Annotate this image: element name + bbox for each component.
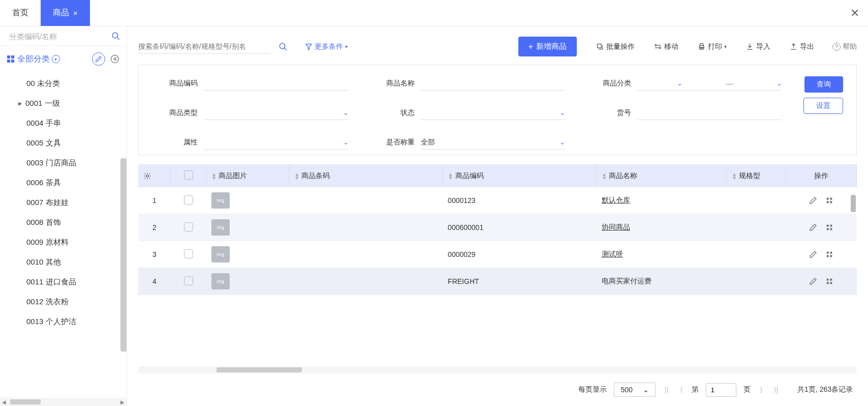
- filter-name-input[interactable]: [421, 76, 566, 91]
- table-vscroll[interactable]: [851, 195, 856, 212]
- window-close-icon[interactable]: ✕: [842, 0, 868, 26]
- help-icon: ?: [832, 43, 841, 51]
- category-search-input[interactable]: [9, 32, 111, 41]
- checkbox-column[interactable]: [171, 164, 206, 187]
- product-search-input[interactable]: [138, 39, 270, 54]
- help-button[interactable]: ? 帮助: [832, 42, 857, 51]
- product-name-link[interactable]: 默认仓库: [602, 196, 630, 204]
- export-button[interactable]: 导出: [790, 42, 814, 51]
- tree-item[interactable]: ▸0001 一级: [0, 94, 127, 113]
- svg-rect-26: [830, 252, 832, 254]
- all-categories-label[interactable]: 全部分类: [17, 54, 50, 65]
- query-button[interactable]: 查询: [804, 76, 843, 93]
- more-row-icon[interactable]: [825, 196, 833, 205]
- per-page-select[interactable]: 500⌄: [614, 383, 655, 397]
- row-checkbox[interactable]: [184, 195, 193, 205]
- col-image[interactable]: ▲▼商品图片: [206, 164, 289, 187]
- product-name-link[interactable]: 测试呀: [602, 250, 623, 258]
- sidebar-hscroll[interactable]: ◀▶: [0, 398, 127, 406]
- tab-product[interactable]: 商品 ×: [41, 0, 90, 26]
- tree-item[interactable]: 0007 布娃娃: [0, 193, 127, 213]
- filter-category-select[interactable]: ⌄—⌄: [637, 76, 782, 91]
- tree-item[interactable]: 0004 手串: [0, 113, 127, 133]
- print-button[interactable]: 打印 ▾: [698, 42, 727, 51]
- cell-name: 测试呀: [597, 241, 727, 268]
- row-checkbox[interactable]: [184, 276, 193, 285]
- edit-row-icon[interactable]: [809, 277, 817, 285]
- search-icon[interactable]: [111, 32, 120, 41]
- tree-item[interactable]: 0010 其他: [0, 252, 127, 272]
- tree-item[interactable]: 0006 茶具: [0, 173, 127, 193]
- tree-item[interactable]: 0005 文具: [0, 133, 127, 153]
- tab-close-icon[interactable]: ×: [73, 9, 78, 17]
- page-next-icon[interactable]: ⟩: [758, 386, 764, 394]
- tree-item[interactable]: 0013 个人护洁: [0, 312, 127, 332]
- tree-item[interactable]: 0009 原材料: [0, 233, 127, 252]
- page-first-icon[interactable]: |⟨: [663, 386, 671, 394]
- filter-weigh-select[interactable]: 全部⌄: [421, 135, 566, 150]
- col-barcode[interactable]: ▲▼商品条码: [289, 164, 443, 187]
- col-name[interactable]: ▲▼商品名称: [597, 164, 727, 187]
- row-checkbox[interactable]: [184, 222, 193, 231]
- col-code[interactable]: ▲▼商品编码: [443, 164, 596, 187]
- play-icon[interactable]: ▸: [52, 55, 60, 63]
- filter-code-input[interactable]: [204, 76, 349, 91]
- gear-column[interactable]: [138, 164, 171, 187]
- filter-attr-select[interactable]: ⌄: [204, 135, 349, 150]
- tree-item[interactable]: 0003 门店商品: [0, 153, 127, 173]
- move-button[interactable]: 移动: [654, 42, 678, 51]
- add-product-button[interactable]: + 新增商品: [518, 37, 577, 56]
- table-row[interactable]: 4 img FREIGHT 电商买家付运费: [138, 268, 857, 295]
- page-prev-icon[interactable]: ⟨: [678, 386, 685, 394]
- table-row[interactable]: 1 img 0000123 默认仓库: [138, 187, 857, 214]
- sort-icon: ▲▼: [211, 172, 216, 180]
- svg-rect-14: [700, 44, 703, 46]
- product-thumb[interactable]: img: [211, 192, 230, 209]
- more-conditions-button[interactable]: 更多条件 ▾: [305, 42, 348, 51]
- more-row-icon[interactable]: [825, 250, 833, 258]
- svg-rect-10: [598, 44, 602, 48]
- more-row-icon[interactable]: [825, 223, 833, 231]
- product-table: ▲▼商品图片 ▲▼商品条码 ▲▼商品编码 ▲▼商品名称 ▲▼规格型 操作 1 i…: [138, 164, 857, 366]
- edit-row-icon[interactable]: [809, 196, 817, 205]
- filter-type-select[interactable]: ⌄: [204, 106, 349, 120]
- edit-row-icon[interactable]: [809, 223, 817, 231]
- tree-item[interactable]: 0012 洗衣粉: [0, 292, 127, 312]
- tab-product-label: 商品: [53, 8, 69, 18]
- col-spec[interactable]: ▲▼规格型: [727, 164, 786, 187]
- filter-label-attr: 属性: [152, 138, 198, 147]
- row-checkbox[interactable]: [184, 249, 193, 258]
- page-number-input[interactable]: [706, 383, 736, 397]
- setting-button[interactable]: 设置: [803, 98, 843, 114]
- tree-item[interactable]: 0008 首饰: [0, 213, 127, 233]
- tree-item[interactable]: 00 未分类: [0, 74, 127, 94]
- product-thumb[interactable]: img: [211, 219, 230, 236]
- checkbox-all[interactable]: [184, 170, 193, 180]
- collapse-sidebar-icon[interactable]: [110, 54, 119, 64]
- product-thumb[interactable]: img: [211, 246, 230, 263]
- product-name-link[interactable]: 协同商品: [602, 223, 630, 231]
- svg-line-1: [117, 37, 119, 40]
- sidebar: 全部分类 ▸ 00 未分类 ▸0001 一级 0004 手串 0005 文具 0…: [0, 26, 127, 406]
- table-row[interactable]: 2 img 000600001 协同商品: [138, 214, 857, 241]
- table-hscroll[interactable]: [138, 366, 857, 373]
- chevron-down-icon: ⌄: [560, 109, 565, 117]
- cell-code: 0000029: [443, 241, 596, 268]
- import-button[interactable]: 导入: [746, 42, 770, 51]
- more-row-icon[interactable]: [825, 277, 833, 285]
- cell-name: 电商买家付运费: [597, 268, 727, 295]
- page-last-icon[interactable]: ⟩|: [771, 386, 780, 394]
- edit-row-icon[interactable]: [809, 250, 817, 258]
- filter-sku-input[interactable]: [637, 106, 782, 120]
- edit-category-icon[interactable]: [92, 52, 105, 66]
- batch-ops-button[interactable]: 批量操作: [596, 42, 635, 51]
- product-thumb[interactable]: img: [211, 273, 230, 289]
- row-index: 2: [138, 214, 171, 241]
- table-row[interactable]: 3 img 0000029 测试呀: [138, 241, 857, 268]
- filter-status-select[interactable]: ⌄: [421, 106, 566, 120]
- tab-home[interactable]: 首页: [0, 0, 41, 26]
- tree-item[interactable]: 0011 进口食品: [0, 272, 127, 292]
- search-icon[interactable]: [278, 42, 288, 51]
- sidebar-vscroll[interactable]: [120, 158, 127, 352]
- filter-label-status: 状态: [369, 108, 415, 118]
